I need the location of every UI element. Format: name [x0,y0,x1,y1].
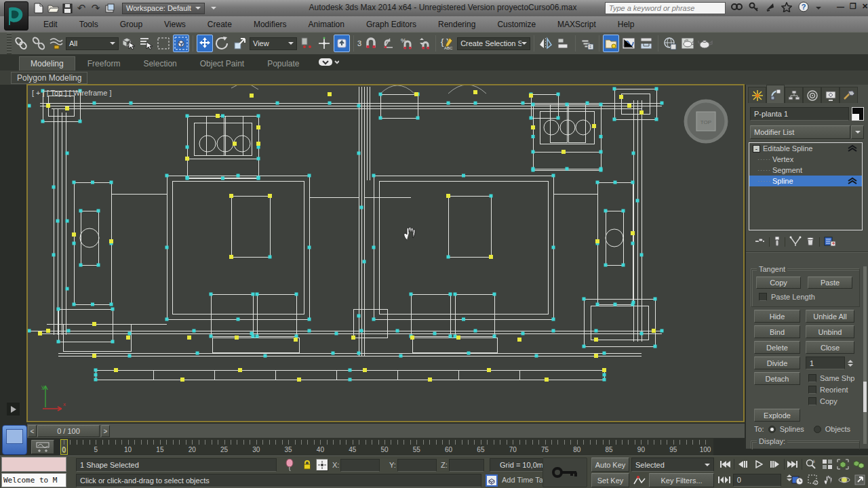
select-by-name-icon[interactable] [138,35,154,52]
to-objects-radio[interactable] [814,426,821,433]
help-dropdown-icon[interactable] [816,7,821,9]
show-end-result-icon[interactable] [774,236,781,248]
object-name-field[interactable]: P-planta 1 [750,107,849,121]
menu-create[interactable]: Create [198,18,241,31]
divide-count-field[interactable]: 1 [806,357,845,369]
schematic-view-icon[interactable] [638,35,654,52]
expander-icon[interactable]: - [753,145,760,152]
polygon-modeling-panel[interactable]: Polygon Modeling [11,72,87,84]
delete-button[interactable]: Delete [754,341,800,354]
selection-filter-dropdown[interactable]: All [66,37,119,50]
edit-named-selection-sets-icon[interactable]: { }ABC [439,35,456,52]
pivot-center-flyout-icon[interactable] [316,35,332,52]
maxscript-mini-listener[interactable]: Welcome to M [1,473,66,487]
add-time-tag-icon[interactable] [486,474,498,488]
window-crossing-toggle-icon[interactable] [173,35,189,52]
zoom-all-icon[interactable] [820,458,835,471]
set-key-curve-icon[interactable] [633,474,646,488]
percent-snap-icon[interactable]: % [398,35,414,52]
set-key-button[interactable]: Set Key [591,473,629,487]
menu-animation[interactable]: Animation [299,18,354,31]
menu-modifiers[interactable]: Modifiers [244,18,296,31]
auto-key-button[interactable]: Auto Key [591,458,629,472]
pin-stack-icon[interactable] [754,237,765,247]
close-button-spline[interactable]: Close [806,341,854,354]
frame-spinner[interactable] [787,474,792,481]
menu-views[interactable]: Views [155,18,195,31]
ribbon-tab-selection[interactable]: Selection [132,57,187,70]
rectangular-selection-region-icon[interactable] [155,35,172,52]
scrollbar-handle[interactable] [863,382,867,412]
key-mode-toggle-button[interactable] [717,473,732,487]
zoom-icon[interactable]: ± [804,458,818,471]
go-to-end-button[interactable] [786,458,801,471]
paste-length-checkbox[interactable] [759,293,767,301]
viewport-top[interactable]: [ + ] [ Top ] [ Wireframe ] TOP y x [27,85,744,422]
zoom-extents-icon[interactable] [836,458,851,471]
minimize-button[interactable]: — [837,3,844,11]
snap-toggle-3d-icon[interactable] [363,35,379,52]
ribbon-tab-object-paint[interactable]: Object Paint [189,57,255,70]
make-unique-icon[interactable] [789,236,802,248]
previous-frame-button[interactable] [736,458,751,471]
to-splines-radio[interactable] [768,426,776,433]
key-filters-button[interactable]: Key Filters... [649,473,714,487]
selection-lock-icon[interactable] [302,460,312,472]
play-arrow-icon[interactable] [7,403,20,415]
isolate-selection-icon[interactable] [285,459,294,473]
ribbon-tab-freeform[interactable]: Freeform [77,57,132,70]
object-color-swatch[interactable] [852,107,864,121]
remove-modifier-icon[interactable] [806,236,815,248]
graphite-ribbon-toggle-icon[interactable] [603,35,619,52]
search-icon[interactable] [731,3,743,14]
motion-tab[interactable] [803,87,821,103]
ribbon-tab-populate[interactable]: Populate [256,57,310,70]
macro-recorder-pane[interactable] [1,457,66,472]
save-icon[interactable] [61,2,73,14]
blue-corner-icon[interactable] [2,425,27,455]
menu-help[interactable]: Help [608,18,644,31]
z-coordinate-field[interactable] [449,459,484,472]
rendered-frame-window-icon[interactable] [679,35,696,52]
display-tab[interactable] [821,87,840,103]
angle-snap-icon[interactable] [380,35,397,52]
redo-icon[interactable]: ↷ [90,2,102,14]
key-filter-dropdown[interactable]: Selected [631,458,714,472]
modify-tab[interactable] [766,85,785,103]
select-and-scale-icon[interactable] [232,35,248,52]
menu-edit[interactable]: Edit [34,18,67,31]
zoom-extents-all-icon[interactable] [852,458,867,471]
go-to-start-button[interactable] [717,458,732,471]
stack-item-segment[interactable]: ·····Segment [749,165,862,176]
stack-item-spline[interactable]: ·····Spline [749,176,862,186]
bind-button[interactable]: Bind [754,325,800,338]
detach-button[interactable]: Detach [754,372,800,385]
align-icon[interactable] [555,35,572,52]
bind-to-spacewarp-icon[interactable] [48,35,64,52]
ribbon-minimize-icon[interactable] [312,58,339,70]
render-production-icon[interactable] [697,35,713,52]
3dsmax-logo[interactable] [4,1,28,30]
hide-button[interactable]: Hide [754,310,800,323]
same-shp-checkbox[interactable] [808,374,816,382]
stack-chevron-icon[interactable] [847,144,858,154]
y-coordinate-field[interactable] [397,459,437,472]
project-folder-icon[interactable] [104,2,116,14]
viewcube[interactable]: TOP [684,99,728,144]
divide-button[interactable]: Divide [754,357,800,369]
absolute-mode-toggle-icon[interactable] [316,459,328,471]
create-tab[interactable] [748,87,766,103]
time-configuration-icon[interactable] [791,473,805,487]
help-icon[interactable]: ? [798,1,810,14]
menu-customize[interactable]: Customize [488,18,545,31]
use-pivot-point-icon[interactable] [298,35,315,52]
modifier-list-arrow[interactable] [851,125,864,139]
open-file-icon[interactable] [47,2,59,14]
explode-button[interactable]: Explode [754,409,800,422]
track-bar[interactable]: 0 05101520253035404550556065707580859095… [60,439,713,455]
next-frame-button[interactable] [768,458,783,471]
menu-tools[interactable]: Tools [70,18,108,31]
time-slider-prev-button[interactable]: < [28,425,37,437]
time-slider-track[interactable]: < 0 / 100 > [27,424,745,439]
set-keys-button[interactable] [542,458,587,487]
